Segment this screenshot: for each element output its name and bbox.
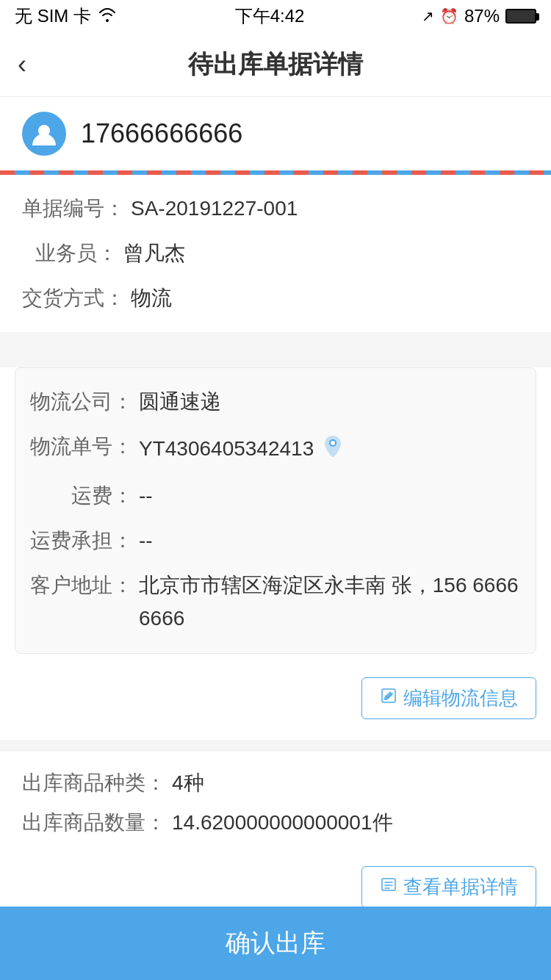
content-area: 17666666666 单据编号： SA-20191227-001 业务员： 曾… [0,97,551,980]
address-row: 客户地址： 北京市市辖区海淀区永丰南 张，156 6666 6666 [30,569,521,635]
tracking-label: 物流单号： [30,430,133,464]
svg-point-2 [331,441,335,445]
view-detail-icon [380,876,397,898]
freight-value: -- [139,480,521,513]
tracking-value: YT4306405342413 [139,430,521,468]
delivery-row: 交货方式： 物流 [22,282,529,315]
status-bar: 无 SIM 卡 下午4:42 ↗ ⏰ 87% [0,0,551,32]
status-right: ↗ ⏰ 87% [422,6,536,26]
order-no-label: 单据编号： [22,192,125,226]
carrier-text: 无 SIM 卡 [15,4,91,28]
order-info-section: 单据编号： SA-20191227-001 业务员： 曾凡杰 交货方式： 物流 [0,175,551,332]
address-label: 客户地址： [30,569,133,602]
goods-quantity-value: 14.620000000000001件 [172,809,393,837]
customer-card: 17666666666 [0,97,551,170]
edit-btn-label: 编辑物流信息 [403,685,518,711]
freight-bearer-value: -- [139,525,521,558]
logistics-company-row: 物流公司： 圆通速递 [30,386,521,419]
page-title: 待出库单据详情 [188,48,363,82]
section-divider-2 [0,740,551,752]
confirm-btn-label: 确认出库 [226,926,325,960]
goods-types-label: 出库商品种类： [22,769,166,797]
battery-text: 87% [464,6,500,26]
salesman-label: 业务员： [22,237,118,270]
freight-label: 运费： [30,480,133,513]
time-text: 下午4:42 [235,4,305,28]
alarm-icon: ⏰ [440,7,458,25]
logistics-card: 物流公司： 圆通速递 物流单号： YT4306405342413 [15,367,536,653]
avatar [22,112,66,156]
freight-bearer-label: 运费承担： [30,525,133,558]
edit-icon [380,687,397,710]
status-left: 无 SIM 卡 [15,4,118,28]
logistics-section: 物流公司： 圆通速递 物流单号： YT4306405342413 [0,367,551,739]
logistics-company-value: 圆通速递 [139,386,521,419]
tracking-row: 物流单号： YT4306405342413 [30,430,521,468]
confirm-outbound-button[interactable]: 确认出库 [0,907,551,980]
goods-quantity-label: 出库商品数量： [22,809,166,837]
edit-logistics-button[interactable]: 编辑物流信息 [361,677,536,719]
battery-icon [505,9,536,24]
delivery-value: 物流 [131,282,529,315]
goods-types-row: 出库商品种类： 4种 [22,769,529,797]
goods-types-value: 4种 [172,769,204,797]
location-icon[interactable] [321,430,345,468]
logistics-company-label: 物流公司： [30,386,133,419]
goods-quantity-row: 出库商品数量： 14.620000000000001件 [22,809,529,837]
freight-row: 运费： -- [30,480,521,513]
delivery-label: 交货方式： [22,282,125,315]
goods-section: 出库商品种类： 4种 出库商品数量： 14.620000000000001件 [0,752,551,854]
wifi-icon [97,6,118,26]
gps-icon: ↗ [422,7,434,25]
order-no-row: 单据编号： SA-20191227-001 [22,192,529,226]
nav-bar: ‹ 待出库单据详情 [0,32,551,97]
address-value: 北京市市辖区海淀区永丰南 张，156 6666 6666 [139,569,521,635]
section-divider-1 [0,344,551,356]
freight-bearer-row: 运费承担： -- [30,525,521,558]
view-detail-button[interactable]: 查看单据详情 [361,866,536,908]
order-no-value: SA-20191227-001 [131,192,529,226]
salesman-value: 曾凡杰 [123,237,529,270]
salesman-row: 业务员： 曾凡杰 [22,237,529,270]
view-detail-label: 查看单据详情 [403,874,518,900]
edit-btn-wrap: 编辑物流信息 [0,666,551,734]
customer-phone: 17666666666 [81,118,242,149]
back-button[interactable]: ‹ [18,49,26,80]
